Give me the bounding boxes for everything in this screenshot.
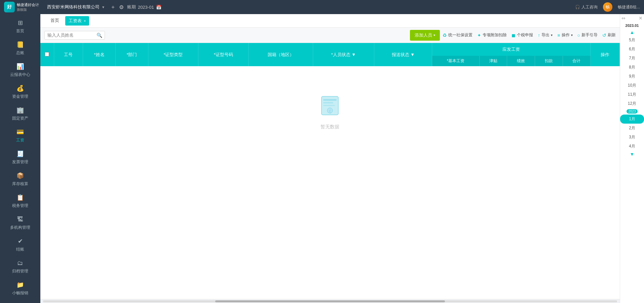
svg-rect-3 [323,105,335,106]
close-accounts-icon: ✔ [16,237,24,245]
scrollbar-track[interactable] [43,300,617,302]
newbie-guide-button[interactable]: ○ 新手引导 [577,32,598,38]
sidebar-item-report[interactable]: 📊 云报表中心 [0,59,40,81]
sidebar-item-tax[interactable]: 📋 税务管理 [0,190,40,212]
right-panel: ✕ ⇔ 2023.01 ▲ 5月 6月 7月 8月 9月 10月 11月 12月… [620,14,644,303]
search-input[interactable] [47,33,94,38]
search-icon[interactable]: 🔍 [97,33,102,38]
settings-icon[interactable]: ⚙ [119,4,124,10]
rp-year-badge: 2023 [627,109,637,114]
content-area: 首页 工资表 × 🔍 添加人员 ▾ ♻ 统一社保设置 [40,14,620,303]
expand-panel-button[interactable]: ⇔ [621,15,626,21]
tab-bar: 首页 工资表 × [40,14,620,28]
multi-icon: 🏗 [16,215,24,223]
close-panel-button[interactable]: ✕ [639,15,643,21]
social-settings-button[interactable]: ♻ 统一社保设置 [443,32,472,38]
svg-text::(: :( [329,109,331,113]
tax-icon: 📋 [16,193,24,202]
rp-month-9[interactable]: 9月 [620,72,644,81]
table-wrap: 工号 *姓名 *部门 *证型类型 *证型号码 国籍（地区） *人员状态 ▼ 报送… [40,43,620,299]
period-label: 账期 2023-01 📅 [127,4,161,10]
rp-month-10[interactable]: 10月 [620,81,644,90]
empty-icon: :( [316,93,343,120]
export-icon: ↑ [538,33,540,38]
sidebar-item-funds[interactable]: 💰 资金管理 [0,81,40,103]
sidebar-item-inventory[interactable]: 📦 库存核算 [0,168,40,190]
social-icon: ♻ [443,33,447,38]
sidebar-item-settings[interactable]: ⚙ 基础设置 [0,299,40,303]
rp-month-8[interactable]: 8月 [620,63,644,72]
th-ops: 操作 [591,43,620,66]
sidebar-item-home[interactable]: ⊞ 首页 [0,15,40,37]
sidebar-item-assets[interactable]: 🏢 固定资产 [0,103,40,125]
newbie-guide-icon: ○ [577,33,580,38]
rp-month-6[interactable]: 6月 [620,45,644,54]
th-deduction: 扣款 [535,56,563,66]
sidebar-item-archive[interactable]: 🗂 归档管理 [0,256,40,277]
company-chevron-icon: ▼ [102,5,105,9]
svg-rect-2 [323,102,333,103]
rp-month-2[interactable]: 2月 [620,124,644,133]
sidebar-item-expense[interactable]: 📁 小畅报销 [0,277,40,299]
expense-icon: 📁 [16,281,24,289]
right-panel-year: 2023.01 [626,22,639,29]
calendar-icon[interactable]: 📅 [156,5,161,10]
rp-down-arrow[interactable]: ▼ [630,151,635,158]
salary-icon: 💳 [16,128,24,136]
toolbar-actions: ♻ 统一社保设置 ✦ 专项附加扣除 ◼ 个税申报 ↑ 导出 ▾ ≡ [443,32,616,38]
scrollbar-thumb[interactable] [215,300,445,302]
svg-rect-1 [323,99,337,101]
rp-month-7[interactable]: 7月 [620,54,644,63]
bottom-scrollbar [40,299,620,303]
company-selector[interactable]: 西安虾米网络科技有限公司 ▼ [47,4,105,10]
th-country: 国籍（地区） [249,43,313,66]
app-logo-icon: 好 [4,2,15,12]
inventory-icon: 📦 [16,172,24,180]
main-layout: ⊞ 首页 📒 总账 📊 云报表中心 💰 资金管理 🏢 固定资产 💳 工资 🧾 发… [0,14,644,303]
add-icon[interactable]: ＋ [110,4,116,11]
tax-report-button[interactable]: ◼ 个税申报 [512,32,533,38]
refresh-button[interactable]: ↺ 刷新 [602,32,616,38]
special-deduction-button[interactable]: ✦ 专项附加扣除 [477,32,507,38]
rp-up-arrow[interactable]: ▲ [630,29,635,36]
sidebar-item-ledger[interactable]: 📒 总账 [0,37,40,59]
service-button[interactable]: 🎧 人工咨询 [575,4,598,10]
right-header: 🎧 人工咨询 畅 畅捷通B组... [575,2,640,12]
rp-month-4[interactable]: 4月 [620,142,644,151]
select-all-checkbox[interactable] [45,52,49,56]
th-name: *姓名 [83,43,116,66]
salary-table: 工号 *姓名 *部门 *证型类型 *证型号码 国籍（地区） *人员状态 ▼ 报送… [40,43,620,157]
empty-state: :( 暂无数据 [40,66,620,157]
assets-icon: 🏢 [16,106,24,114]
rp-month-1[interactable]: 1月 [620,115,644,124]
th-cert-no: *证型号码 [198,43,249,66]
operate-button[interactable]: ≡ 操作 ▾ [557,32,572,38]
th-cert-type: *证型类型 [148,43,198,66]
export-button[interactable]: ↑ 导出 ▾ [538,32,553,38]
tab-home[interactable]: 首页 [46,15,64,27]
th-base-salary: *基本工资 [432,56,479,66]
th-performance: 绩效 [507,56,535,66]
sidebar-item-salary[interactable]: 💳 工资 [0,125,40,146]
sidebar-item-multi[interactable]: 🏗 多机构管理 [0,212,40,234]
rp-month-11[interactable]: 11月 [620,90,644,99]
top-header: 好 畅捷通好会计 旗舰版 西安虾米网络科技有限公司 ▼ ＋ ⚙ 账期 2023-… [0,0,644,14]
report-icon: 📊 [16,62,24,71]
sidebar-item-close[interactable]: ✔ 结账 [0,234,40,256]
tax-report-icon: ◼ [512,33,516,38]
rp-month-5[interactable]: 5月 [620,36,644,45]
tab-salary-table[interactable]: 工资表 × [65,16,89,26]
tab-close-icon[interactable]: × [84,19,86,23]
user-name[interactable]: 畅捷通B组... [618,4,640,10]
logo-area: 好 畅捷通好会计 旗舰版 [4,2,44,12]
th-allowance: 津贴 [479,56,507,66]
add-person-button[interactable]: 添加人员 ▾ [410,30,440,41]
sidebar-item-invoice[interactable]: 🧾 发票管理 [0,146,40,168]
th-checkbox[interactable] [40,43,54,66]
add-person-chevron-icon: ▾ [433,33,435,37]
rp-month-12[interactable]: 12月 [620,99,644,108]
empty-text: 暂无数据 [320,124,339,130]
rp-month-3[interactable]: 3月 [620,133,644,142]
th-person-status: *人员状态 ▼ [313,43,374,66]
operate-icon: ≡ [557,33,560,38]
